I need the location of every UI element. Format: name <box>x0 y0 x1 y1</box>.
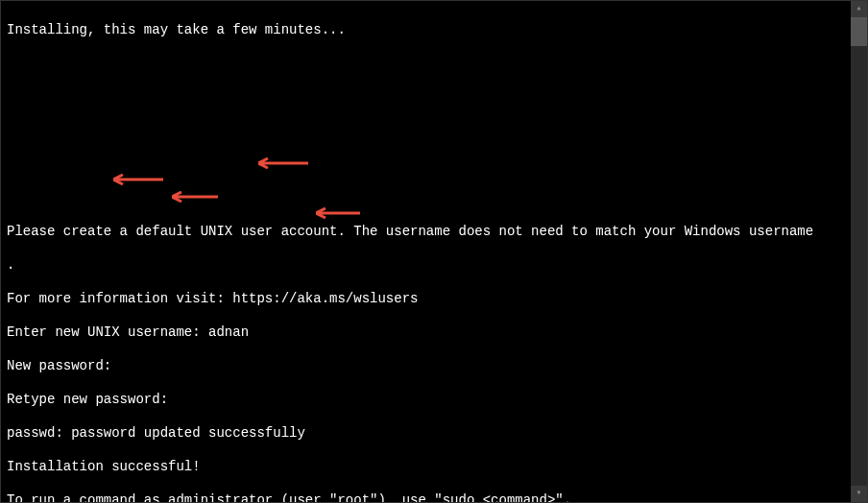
line-install-success: Installation successful! <box>7 459 861 476</box>
line-new-password: New password: <box>7 358 861 375</box>
line-blank <box>7 89 861 107</box>
line-enter-username: Enter new UNIX username: adnan <box>7 324 861 342</box>
line-create-account: Please create a default UNIX user accoun… <box>7 224 861 241</box>
terminal-output: Installing, this may take a few minutes.… <box>1 1 867 503</box>
line-blank <box>7 56 861 73</box>
scrollbar-thumb[interactable] <box>851 17 867 46</box>
line-period: . <box>7 257 861 275</box>
scrollbar-up-icon[interactable]: ▴ <box>851 1 867 17</box>
line-retype-password: Retype new password: <box>7 392 861 409</box>
scrollbar-down-icon[interactable]: ▾ <box>851 486 867 502</box>
line-run-admin: To run a command as administrator (user … <box>7 492 861 504</box>
line-blank <box>7 156 861 174</box>
line-passwd-success: passwd: password updated successfully <box>7 425 861 443</box>
line-more-info: For more information visit: https://aka.… <box>7 291 861 308</box>
line-blank <box>7 123 861 140</box>
line-blank <box>7 190 861 207</box>
scrollbar[interactable]: ▴ ▾ <box>851 1 867 502</box>
line-installing: Installing, this may take a few minutes.… <box>7 22 861 39</box>
